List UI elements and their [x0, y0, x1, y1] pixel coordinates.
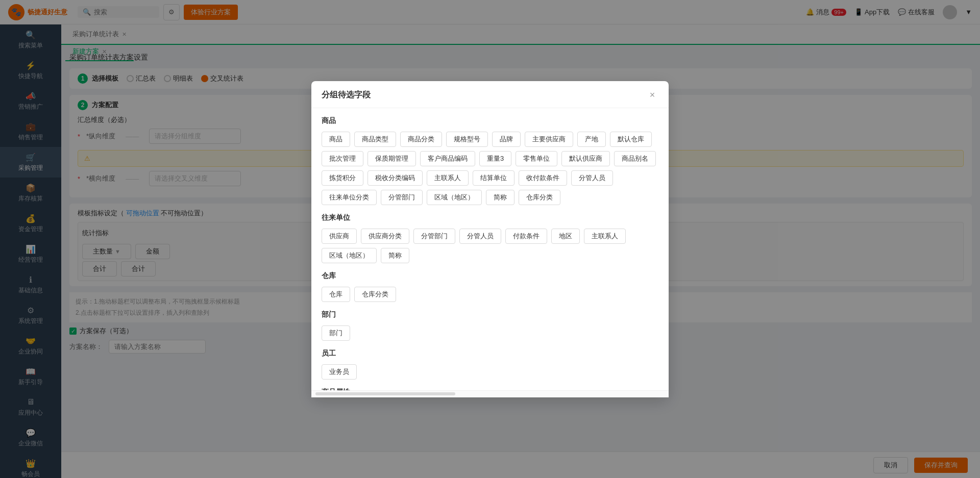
field-tag-0-7[interactable]: 默认仓库: [610, 132, 652, 147]
field-tag-0-22[interactable]: 分管部门: [381, 190, 423, 205]
field-tag-0-0[interactable]: 商品: [322, 132, 350, 147]
field-tag-0-14[interactable]: 商品别名: [614, 151, 656, 166]
modal-section-title-1: 往来单位: [322, 213, 658, 222]
field-grid-0: 商品商品类型商品分类规格型号品牌主要供应商产地默认仓库批次管理保质期管理客户商品…: [322, 132, 658, 205]
field-tag-2-0[interactable]: 仓库: [322, 287, 350, 302]
field-tag-0-17[interactable]: 主联系人: [427, 170, 469, 186]
field-grid-1: 供应商供应商分类分管部门分管人员付款条件地区主联系人区域（地区）简称: [322, 229, 658, 263]
field-tag-0-12[interactable]: 零售单位: [516, 151, 557, 166]
field-tag-0-16[interactable]: 税收分类编码: [368, 170, 423, 186]
modal-header: 分组待选字段 ×: [311, 81, 669, 108]
scroll-thumb: [315, 392, 455, 395]
field-tag-1-0[interactable]: 供应商: [322, 229, 357, 244]
field-tag-0-11[interactable]: 重量3: [479, 151, 511, 166]
field-tag-1-1[interactable]: 供应商分类: [361, 229, 409, 244]
field-tag-0-4[interactable]: 品牌: [492, 132, 521, 147]
field-tag-0-8[interactable]: 批次管理: [322, 151, 363, 166]
field-grid-2: 仓库仓库分类: [322, 287, 658, 302]
field-tag-1-3[interactable]: 分管人员: [459, 229, 501, 244]
field-tag-0-25[interactable]: 仓库分类: [519, 190, 560, 205]
field-tag-1-6[interactable]: 主联系人: [584, 229, 626, 244]
field-tag-0-1[interactable]: 商品类型: [354, 132, 396, 147]
field-tag-1-5[interactable]: 地区: [551, 229, 580, 244]
modal-overlay[interactable]: 分组待选字段 × 商品商品商品类型商品分类规格型号品牌主要供应商产地默认仓库批次…: [0, 0, 980, 478]
field-tag-3-0[interactable]: 部门: [322, 325, 350, 341]
modal-dialog: 分组待选字段 × 商品商品商品类型商品分类规格型号品牌主要供应商产地默认仓库批次…: [311, 81, 669, 397]
modal-section-title-3: 部门: [322, 310, 658, 319]
field-tag-1-2[interactable]: 分管部门: [413, 229, 455, 244]
field-tag-0-13[interactable]: 默认供应商: [561, 151, 610, 166]
modal-scroll-bar[interactable]: [311, 390, 669, 397]
field-tag-0-2[interactable]: 商品分类: [400, 132, 442, 147]
field-tag-0-21[interactable]: 往来单位分类: [322, 190, 377, 205]
modal-section-title-0: 商品: [322, 116, 658, 125]
field-tag-1-4[interactable]: 付款条件: [505, 229, 547, 244]
field-tag-0-19[interactable]: 收付款条件: [519, 170, 567, 186]
field-tag-0-3[interactable]: 规格型号: [446, 132, 488, 147]
modal-section-title-4: 员工: [322, 349, 658, 358]
field-tag-0-23[interactable]: 区域（地区）: [427, 190, 482, 205]
modal-body: 商品商品商品类型商品分类规格型号品牌主要供应商产地默认仓库批次管理保质期管理客户…: [311, 108, 669, 390]
field-tag-0-15[interactable]: 拣货积分: [322, 170, 363, 186]
field-tag-1-7[interactable]: 区域（地区）: [322, 248, 377, 263]
modal-section-title-2: 仓库: [322, 271, 658, 281]
modal-close-button[interactable]: ×: [646, 89, 658, 102]
modal-title: 分组待选字段: [322, 90, 371, 100]
field-tag-2-1[interactable]: 仓库分类: [354, 287, 396, 302]
field-grid-3: 部门: [322, 325, 658, 341]
field-tag-0-20[interactable]: 分管人员: [571, 170, 613, 186]
field-grid-4: 业务员: [322, 364, 658, 380]
field-tag-0-10[interactable]: 客户商品编码: [420, 151, 475, 166]
field-tag-0-24[interactable]: 简称: [486, 190, 514, 205]
field-tag-0-9[interactable]: 保质期管理: [368, 151, 416, 166]
field-tag-4-0[interactable]: 业务员: [322, 364, 357, 380]
field-tag-0-5[interactable]: 主要供应商: [525, 132, 573, 147]
field-tag-0-6[interactable]: 产地: [577, 132, 606, 147]
field-tag-1-8[interactable]: 简称: [381, 248, 409, 263]
field-tag-0-18[interactable]: 结算单位: [473, 170, 514, 186]
